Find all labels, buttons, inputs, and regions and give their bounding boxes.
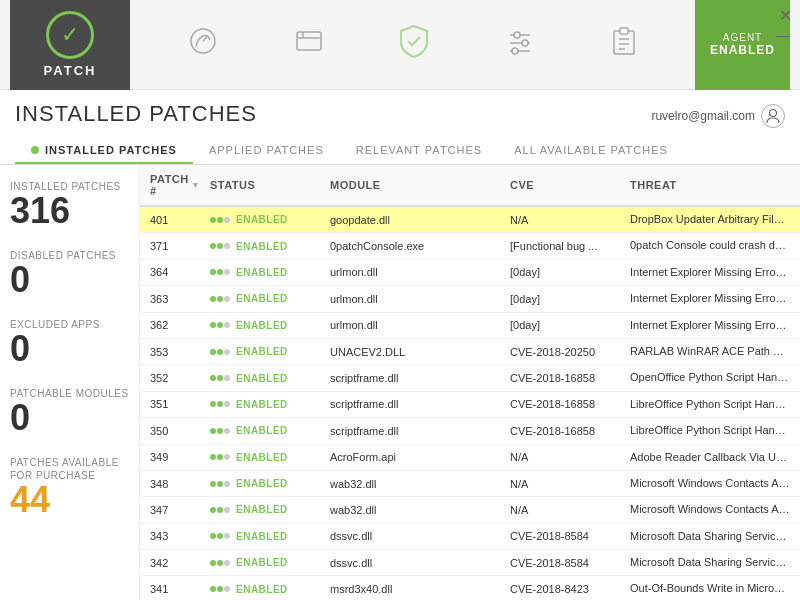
enabled-text: ENABLED xyxy=(236,452,288,463)
table-row[interactable]: 342 ENABLED dssvc.dll CVE-2018-8584 Micr… xyxy=(140,550,800,576)
cell-patch-num: 341 xyxy=(144,576,204,600)
cell-module: msrd3x40.dll xyxy=(324,576,504,600)
cell-threat: Adobe Reader Callback Via UNC Path xyxy=(624,445,796,470)
tab-installed-patches[interactable]: INSTALLED PATCHES xyxy=(15,138,193,164)
nav-dashboard[interactable] xyxy=(188,26,218,63)
table-row[interactable]: 371 ENABLED 0patchConsole.exe [Functiona… xyxy=(140,233,800,259)
cell-threat: 0patch Console could crash due to u... xyxy=(624,233,796,258)
user-info: ruvelro@gmail.com xyxy=(651,104,785,128)
enabled-text: ENABLED xyxy=(236,320,288,331)
cell-cve: CVE-2018-16858 xyxy=(504,365,624,390)
cell-threat: Microsoft Windows Contacts Arbitra... xyxy=(624,471,796,496)
table-row[interactable]: 364 ENABLED urlmon.dll [0day] Internet E… xyxy=(140,260,800,286)
cell-patch-num: 347 xyxy=(144,497,204,522)
cell-patch-num: 353 xyxy=(144,339,204,364)
cell-cve: CVE-2018-8584 xyxy=(504,550,624,575)
shield-icon xyxy=(399,24,429,65)
left-sidebar: INSTALLED PATCHES 316 DISABLED PATCHES 0… xyxy=(0,165,140,600)
table-row[interactable]: 362 ENABLED urlmon.dll [0day] Internet E… xyxy=(140,313,800,339)
table-row[interactable]: 352 ENABLED scriptframe.dll CVE-2018-168… xyxy=(140,365,800,391)
tab-all-available[interactable]: ALL AVAILABLE PATCHES xyxy=(498,138,684,164)
table-row[interactable]: 349 ENABLED AcroForm.api N/A Adobe Reade… xyxy=(140,445,800,471)
logo-circle: ✓ xyxy=(46,11,94,59)
cell-module: scriptframe.dll xyxy=(324,365,504,390)
tab-active-dot xyxy=(31,146,39,154)
col-cve: CVE xyxy=(504,165,624,205)
cell-module: dssvc.dll xyxy=(324,550,504,575)
stat-disabled-patches: DISABLED PATCHES 0 xyxy=(10,249,129,298)
table-row[interactable]: 347 ENABLED wab32.dll N/A Microsoft Wind… xyxy=(140,497,800,523)
cell-threat: Microsoft Windows Contacts Arbitra... xyxy=(624,497,796,522)
logo-check-icon: ✓ xyxy=(61,22,79,48)
table-row[interactable]: 350 ENABLED scriptframe.dll CVE-2018-168… xyxy=(140,418,800,444)
table-row[interactable]: 401 ENABLED goopdate.dll N/A DropBox Upd… xyxy=(140,207,800,233)
cell-threat: LibreOffice Python Script Handler Di... xyxy=(624,392,796,417)
enabled-text: ENABLED xyxy=(236,425,288,436)
close-button[interactable]: ✕ xyxy=(779,8,792,24)
enabled-text: ENABLED xyxy=(236,504,288,515)
svg-point-16 xyxy=(770,110,777,117)
tab-applied-label: APPLIED PATCHES xyxy=(209,144,324,156)
clipboard-icon xyxy=(611,26,637,63)
window-icon xyxy=(294,27,324,62)
user-email: ruvelro@gmail.com xyxy=(651,109,755,123)
nav-clipboard[interactable] xyxy=(611,26,637,63)
cell-cve: [0day] xyxy=(504,286,624,311)
cell-module: urlmon.dll xyxy=(324,286,504,311)
enabled-text: ENABLED xyxy=(236,214,288,225)
cell-cve: CVE-2018-16858 xyxy=(504,418,624,443)
table-row[interactable]: 363 ENABLED urlmon.dll [0day] Internet E… xyxy=(140,286,800,312)
cell-cve: [0day] xyxy=(504,260,624,285)
svg-point-8 xyxy=(522,40,528,46)
svg-rect-12 xyxy=(620,28,628,34)
enabled-text: ENABLED xyxy=(236,478,288,489)
tab-relevant-patches[interactable]: RELEVANT PATCHES xyxy=(340,138,498,164)
stat-patches-purchase: PATCHES AVAILABLE FOR PURCHASE 44 xyxy=(10,456,129,518)
tabs: INSTALLED PATCHES APPLIED PATCHES RELEVA… xyxy=(15,138,785,164)
tab-all-label: ALL AVAILABLE PATCHES xyxy=(514,144,668,156)
top-nav: ✓ PATCH xyxy=(0,0,800,90)
cell-threat: LibreOffice Python Script Handler Di... xyxy=(624,418,796,443)
cell-threat: Internet Explorer Missing Error Check... xyxy=(624,286,796,311)
table-row[interactable]: 353 ENABLED UNACEV2.DLL CVE-2018-20250 R… xyxy=(140,339,800,365)
nav-shield[interactable] xyxy=(399,24,429,65)
nav-sliders[interactable] xyxy=(505,27,535,62)
table-row[interactable]: 351 ENABLED scriptframe.dll CVE-2018-168… xyxy=(140,392,800,418)
cell-cve: [Functional bug ... xyxy=(504,233,624,258)
cell-status: ENABLED xyxy=(204,576,324,600)
cell-module: AcroForm.api xyxy=(324,445,504,470)
table-row[interactable]: 343 ENABLED dssvc.dll CVE-2018-8584 Micr… xyxy=(140,524,800,550)
user-avatar-icon[interactable] xyxy=(761,104,785,128)
cell-module: wab32.dll xyxy=(324,497,504,522)
cell-module: scriptframe.dll xyxy=(324,418,504,443)
agent-label: AGENT xyxy=(723,32,762,43)
cell-threat: RARLAB WinRAR ACE Path Traversal ... xyxy=(624,339,796,364)
cell-cve: CVE-2018-20250 xyxy=(504,339,624,364)
enabled-text: ENABLED xyxy=(236,241,288,252)
cell-patch-num: 364 xyxy=(144,260,204,285)
col-threat: THREAT xyxy=(624,165,796,205)
cell-cve: CVE-2018-16858 xyxy=(504,392,624,417)
col-status: STATUS xyxy=(204,165,324,205)
table-row[interactable]: 348 ENABLED wab32.dll N/A Microsoft Wind… xyxy=(140,471,800,497)
cell-cve: N/A xyxy=(504,497,624,522)
logo-area: ✓ PATCH xyxy=(10,0,130,90)
table-body: 401 ENABLED goopdate.dll N/A DropBox Upd… xyxy=(140,207,800,600)
col-patch-num[interactable]: PATCH # ▾ xyxy=(144,165,204,205)
cell-threat: Microsoft Data Sharing Service Arbit... xyxy=(624,550,796,575)
cell-status: ENABLED xyxy=(204,286,324,311)
cell-status: ENABLED xyxy=(204,233,324,258)
cell-patch-num: 350 xyxy=(144,418,204,443)
table-area: PATCH # ▾ STATUS MODULE CVE THREAT 401 xyxy=(140,165,800,600)
table-row[interactable]: 341 ENABLED msrd3x40.dll CVE-2018-8423 O… xyxy=(140,576,800,600)
cell-threat: DropBox Updater Arbitrary File Over... xyxy=(624,207,796,232)
cell-status: ENABLED xyxy=(204,207,324,232)
minimize-button[interactable]: — xyxy=(776,28,790,42)
stat-installed-value: 316 xyxy=(10,193,129,229)
nav-window[interactable] xyxy=(294,27,324,62)
cell-status: ENABLED xyxy=(204,392,324,417)
enabled-text: ENABLED xyxy=(236,346,288,357)
tab-relevant-label: RELEVANT PATCHES xyxy=(356,144,482,156)
enabled-text: ENABLED xyxy=(236,267,288,278)
tab-applied-patches[interactable]: APPLIED PATCHES xyxy=(193,138,340,164)
